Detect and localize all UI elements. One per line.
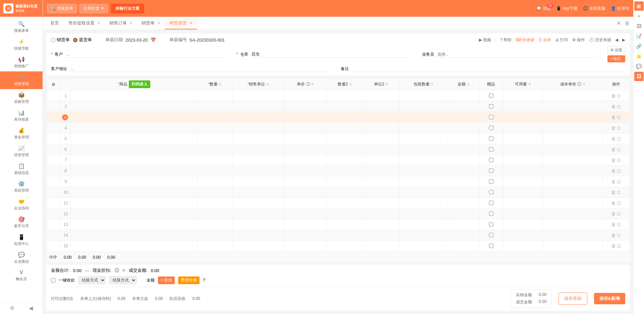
row-unit-price-6[interactable] — [284, 144, 327, 155]
radio-return[interactable]: 退货单 — [73, 37, 92, 43]
col-settings-header[interactable]: ⚙ — [47, 78, 61, 90]
row-product-11[interactable] — [71, 198, 198, 208]
copy-row-icon-4[interactable]: ⊡ — [617, 125, 621, 131]
product-input-7[interactable] — [72, 158, 196, 163]
app-download-btn[interactable]: 📱 App下载 — [556, 6, 578, 11]
row-unit-price-2[interactable] — [284, 101, 327, 112]
sidebar-item-operations[interactable]: 📈 经营管理 — [0, 142, 43, 160]
gift-checkbox-12[interactable] — [489, 211, 493, 216]
row-sales-unit-5[interactable] — [232, 133, 284, 144]
row-unit2-8[interactable] — [363, 166, 399, 176]
row-unit-price-9[interactable] — [284, 176, 327, 187]
grid-view-btn[interactable]: ▦ — [634, 1, 644, 11]
row-unit-price-5[interactable] — [284, 133, 327, 144]
online-service-btn[interactable]: 🎧 在线客服 — [583, 6, 605, 11]
row-qty2-10[interactable] — [327, 187, 363, 198]
sidebar-settings-btn[interactable]: ⚙ — [10, 305, 14, 311]
row-product-4[interactable] — [71, 123, 198, 133]
row-unit-price-1[interactable] — [284, 90, 327, 101]
one-click-payment-checkbox[interactable] — [51, 278, 55, 282]
row-unit-price-7[interactable] — [284, 155, 327, 166]
delivery-radio-input[interactable] — [51, 38, 55, 42]
topbar-search-btn[interactable]: 🔍 搜索菜单 — [47, 4, 77, 13]
row-cost-price-4[interactable] — [543, 123, 602, 133]
delete-row-icon-13[interactable]: 🗑 — [611, 222, 616, 227]
product-input-10[interactable] — [72, 190, 196, 195]
row-qty-8[interactable] — [197, 166, 232, 176]
tab-price-settings-close[interactable]: ✕ — [97, 21, 100, 25]
row-qty-2[interactable] — [197, 101, 232, 112]
row-package-qty-14[interactable] — [399, 230, 448, 241]
sidebar-item-search[interactable]: 🔍 搜索菜单 — [0, 18, 43, 36]
sidebar-collapse-btn[interactable]: ◀ — [29, 305, 33, 311]
gift-checkbox-11[interactable] — [489, 201, 493, 205]
sidebar-item-marketing[interactable]: 📢 营销推广 — [0, 54, 43, 71]
link-btn[interactable]: 🔗 — [634, 42, 644, 51]
row-available-11[interactable] — [503, 198, 543, 208]
account-search-btn[interactable]: ··· — [140, 278, 143, 282]
row-package-qty-5[interactable] — [399, 133, 448, 144]
row-qty-5[interactable] — [197, 133, 232, 144]
save-draft-button[interactable]: 保存草稿 — [558, 293, 587, 305]
tab-price-settings[interactable]: 售价提取设置 ✕ — [64, 17, 105, 29]
row-unit2-9[interactable] — [363, 176, 399, 187]
row-package-qty-7[interactable] — [399, 155, 448, 166]
row-sales-unit-14[interactable] — [232, 230, 284, 241]
row-amount-12[interactable] — [448, 208, 479, 219]
row-gift-15[interactable] — [479, 241, 503, 251]
row-unit2-11[interactable] — [363, 198, 399, 208]
row-product-8[interactable] — [71, 166, 198, 176]
row-gift-9[interactable] — [479, 176, 503, 187]
toolbar-shortcuts-btn[interactable]: ⌨ 快捷键 — [516, 37, 534, 43]
next-record-btn[interactable]: ▶ — [622, 38, 625, 42]
row-qty2-13[interactable] — [327, 219, 363, 230]
row-cost-price-7[interactable] — [543, 155, 602, 166]
product-input-1[interactable] — [72, 93, 196, 98]
chat-btn[interactable]: 💬 — [634, 62, 644, 71]
row-amount-4[interactable] — [448, 123, 479, 133]
row-gift-14[interactable] — [479, 230, 503, 241]
row-cost-price-5[interactable] — [543, 133, 602, 144]
row-unit-price-3[interactable] — [284, 112, 327, 123]
row-unit2-12[interactable] — [363, 208, 399, 219]
copy-row-icon-9[interactable]: ⊡ — [617, 179, 621, 184]
sidebar-item-member[interactable]: V 畅会员 — [0, 267, 43, 284]
row-product-14[interactable] — [71, 230, 198, 241]
row-sales-unit-11[interactable] — [232, 198, 284, 208]
row-qty2-11[interactable] — [327, 198, 363, 208]
row-available-3[interactable] — [503, 112, 543, 123]
close-all-tabs-btn[interactable]: ✕ — [615, 19, 622, 27]
star-btn[interactable]: ⭐ — [634, 52, 644, 61]
note-input[interactable] — [351, 66, 625, 72]
tab-sales-return-close[interactable]: ✕ — [190, 21, 192, 25]
product-input-2[interactable] — [72, 104, 196, 109]
row-unit-price-12[interactable] — [284, 208, 327, 219]
row-sales-unit-10[interactable] — [232, 187, 284, 198]
delete-row-icon-8[interactable]: 🗑 — [611, 168, 616, 174]
row-package-qty-2[interactable] — [399, 101, 448, 112]
row-cost-price-10[interactable] — [543, 187, 602, 198]
row-sales-unit-2[interactable] — [232, 101, 284, 112]
delete-row-icon-2[interactable]: 🗑 — [611, 104, 616, 109]
message-btn[interactable]: 💬 消息 70 — [536, 6, 551, 11]
toolbar-history-btn[interactable]: 🕐 历史单据 — [589, 37, 611, 43]
product-input-13[interactable] — [72, 222, 196, 227]
row-unit2-4[interactable] — [363, 123, 399, 133]
gift-checkbox-9[interactable] — [489, 179, 493, 184]
row-amount-13[interactable] — [448, 219, 479, 230]
row-cost-price-11[interactable] — [543, 198, 602, 208]
delete-row-icon-3[interactable]: 🗑 — [611, 115, 616, 120]
row-amount-11[interactable] — [448, 198, 479, 208]
row-gift-5[interactable] — [479, 133, 503, 144]
row-cost-price-13[interactable] — [543, 219, 602, 230]
product-input-8[interactable] — [72, 168, 196, 173]
row-qty2-6[interactable] — [327, 144, 363, 155]
copy-row-icon-13[interactable]: ⊡ — [617, 222, 621, 227]
row-unit2-15[interactable] — [363, 241, 399, 251]
row-qty2-3[interactable] — [327, 112, 363, 123]
sidebar-item-purchase[interactable]: 📦 采购管理 — [0, 89, 43, 107]
copy-row-icon-12[interactable]: ⊡ — [617, 211, 621, 216]
row-qty2-1[interactable] — [327, 90, 363, 101]
toolbar-help-btn[interactable]: ? 帮助 — [500, 37, 512, 43]
row-qty-1[interactable] — [197, 90, 232, 101]
